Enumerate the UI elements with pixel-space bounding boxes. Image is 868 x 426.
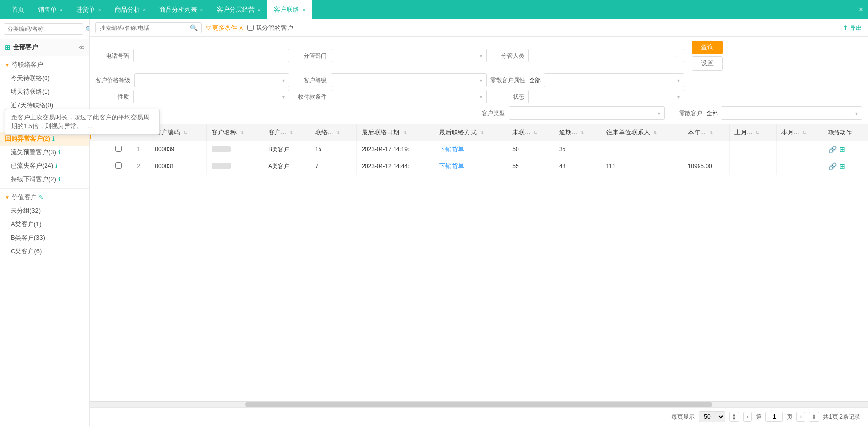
sort-icon: ⇅: [289, 130, 293, 135]
th-unit-contact[interactable]: 往来单位联系人 ⇅: [601, 124, 683, 141]
per-page-select[interactable]: 50 10 20 100: [699, 411, 725, 422]
close-icon[interactable]: ×: [143, 7, 146, 13]
nav-item-sales[interactable]: 销售单 ×: [31, 0, 69, 19]
first-page-button[interactable]: ⟪: [729, 412, 739, 422]
sort-icon: ⇅: [480, 130, 484, 135]
horizontal-scrollbar[interactable]: [90, 401, 868, 407]
sidebar-item-c-class[interactable]: C类客户(6): [0, 245, 89, 258]
sidebar-item-b-class[interactable]: B类客户(33): [0, 231, 89, 245]
my-customer-input[interactable]: [247, 25, 254, 31]
info-icon[interactable]: ℹ: [55, 163, 57, 169]
info-icon[interactable]: ℹ: [58, 149, 60, 156]
td-this-month: [776, 141, 823, 158]
search-input[interactable]: [100, 25, 190, 31]
nav-item-purchase[interactable]: 进货单 ×: [69, 0, 107, 19]
query-button[interactable]: 查询: [692, 41, 723, 54]
gender-select[interactable]: ▾: [133, 90, 289, 103]
sidebar-item-a-class[interactable]: A类客户(1): [0, 218, 89, 231]
setting-button[interactable]: 设置: [692, 56, 723, 71]
th-name[interactable]: 客户名称 ⇅: [207, 124, 263, 141]
th-category[interactable]: 客户... ⇅: [263, 124, 310, 141]
td-overdue: 35: [554, 141, 601, 158]
close-all-button[interactable]: ×: [859, 5, 863, 14]
th-last-month[interactable]: 上月... ⇅: [730, 124, 777, 141]
th-contact[interactable]: 联络... ⇅: [310, 124, 357, 141]
filter-dept: 分管部门 ▾: [293, 49, 487, 62]
sidebar-search-input[interactable]: [4, 23, 83, 35]
td-last-contact-method[interactable]: 下销货单: [434, 141, 507, 158]
th-last-contact-method[interactable]: 最后联络方式 ⇅: [434, 124, 507, 141]
close-icon[interactable]: ×: [200, 7, 203, 13]
search-icon[interactable]: 🔍: [85, 26, 90, 33]
info-icon[interactable]: ℹ: [52, 136, 54, 142]
filter-payment: 收付款条件 ▾: [293, 90, 487, 103]
td-check[interactable]: [110, 141, 132, 158]
customer-type-select[interactable]: ▾: [509, 106, 665, 120]
close-tooltip-icon[interactable]: ...: [87, 122, 92, 130]
sort-icon: ⇅: [533, 130, 537, 135]
person-select[interactable]: ···: [528, 49, 684, 62]
th-this-month[interactable]: 本月... ⇅: [776, 124, 823, 141]
sidebar-item-lost[interactable]: 已流失客户(24) ℹ: [0, 159, 89, 173]
my-customer-checkbox[interactable]: 我分管的客户: [247, 24, 293, 32]
nav-item-product-analysis[interactable]: 商品分析 ×: [108, 0, 152, 19]
retail-customer-select[interactable]: ▾: [721, 106, 862, 120]
close-icon[interactable]: ×: [258, 7, 260, 13]
close-icon[interactable]: ×: [98, 7, 101, 13]
sidebar-item-today[interactable]: 今天待联络(0): [0, 72, 89, 85]
prev-page-button[interactable]: ‹: [743, 412, 752, 422]
sort-icon: ⇅: [580, 130, 584, 135]
search-icon[interactable]: 🔍: [190, 24, 198, 31]
last-page-button[interactable]: ⟫: [809, 412, 819, 422]
sidebar-item-declining[interactable]: 持续下滑客户(2) ℹ: [0, 173, 89, 186]
phone-input[interactable]: [133, 49, 289, 62]
td-unit-contact: 111: [601, 158, 683, 175]
td-this-month: [776, 158, 823, 175]
td-this-year: [683, 141, 730, 158]
status-select[interactable]: ▾: [528, 90, 684, 103]
customer-grade-select[interactable]: ▾: [331, 73, 487, 87]
dept-select[interactable]: ▾: [331, 49, 487, 62]
edit-icon[interactable]: ✎: [39, 194, 43, 201]
sort-icon: ⇅: [240, 130, 244, 135]
td-last-month: [730, 141, 777, 158]
sidebar-item-tomorrow[interactable]: 明天待联络(1): [0, 85, 89, 99]
next-page-button[interactable]: ›: [796, 412, 805, 422]
th-unread[interactable]: 未联... ⇅: [507, 124, 554, 141]
collapse-icon[interactable]: ≪: [78, 44, 84, 51]
link-action-icon[interactable]: 🔗: [828, 146, 837, 153]
row-checkbox[interactable]: [115, 162, 122, 169]
grid-action-icon[interactable]: ⊞: [839, 162, 845, 170]
sidebar-item-lostwarning[interactable]: 流失预警客户(3) ℹ: [0, 146, 89, 159]
export-button[interactable]: ⬆ 导出: [843, 24, 862, 32]
td-check[interactable]: [110, 158, 132, 175]
th-last-contact-date[interactable]: 最后联络日期 ⇅: [357, 124, 434, 141]
nav-item-home[interactable]: 首页: [5, 0, 31, 19]
filter-phone: 电话号码: [95, 49, 289, 62]
link-action-icon[interactable]: 🔗: [828, 162, 837, 170]
payment-select[interactable]: ▾: [331, 90, 487, 103]
sort-icon: ⇅: [802, 130, 806, 135]
nav-item-product-list[interactable]: 商品分析列表 ×: [152, 0, 210, 19]
value-customer-title[interactable]: ▼ 价值客户 ✎: [0, 191, 89, 204]
info-icon[interactable]: ℹ: [58, 176, 60, 183]
scroll-thumb[interactable]: [245, 402, 713, 407]
td-last-contact-method[interactable]: 下销货单: [434, 158, 507, 175]
page-label: 第: [756, 413, 761, 421]
close-icon[interactable]: ×: [60, 7, 62, 13]
grid-action-icon[interactable]: ⊞: [839, 146, 845, 153]
th-this-year[interactable]: 本年... ⇅: [683, 124, 730, 141]
more-filter-button[interactable]: ▽ 更多条件 ∧: [206, 24, 244, 32]
retail-attr-select[interactable]: ▾: [544, 73, 684, 87]
nav-item-customer-tier[interactable]: 客户分层经营 ×: [210, 0, 267, 19]
th-overdue[interactable]: 逾期... ⇅: [554, 124, 601, 141]
nav-item-customer-contact[interactable]: 客户联络 ×: [267, 0, 312, 19]
row-checkbox[interactable]: [115, 146, 122, 152]
page-input[interactable]: [765, 412, 783, 422]
td-this-year: 10995.00: [683, 158, 730, 175]
close-icon[interactable]: ×: [302, 7, 305, 13]
chevron-down-icon: ▾: [282, 94, 285, 100]
sidebar-item-unclassified[interactable]: 未分组(32): [0, 204, 89, 218]
pending-contact-title[interactable]: ▼ 待联络客户: [0, 58, 89, 72]
price-grade-select[interactable]: ▾: [134, 73, 289, 87]
